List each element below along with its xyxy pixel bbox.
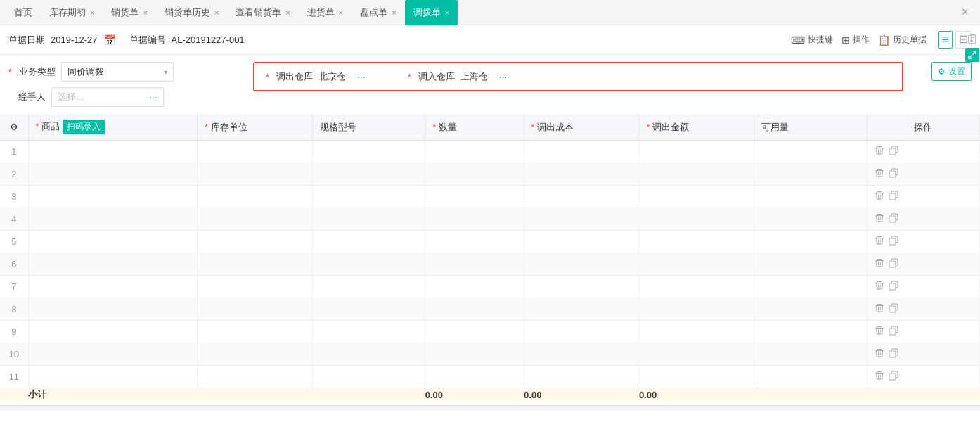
delete-icon[interactable] <box>875 303 884 315</box>
row-cost[interactable] <box>524 186 639 208</box>
row-spec[interactable] <box>312 321 425 343</box>
copy-icon[interactable] <box>889 258 898 270</box>
copy-icon[interactable] <box>889 303 898 315</box>
row-qty[interactable] <box>425 276 524 298</box>
row-cost[interactable] <box>524 253 639 276</box>
row-spec[interactable] <box>312 186 425 208</box>
row-available[interactable] <box>754 141 867 163</box>
tab-sales-order[interactable]: 销货单 × <box>103 0 155 25</box>
row-cost[interactable] <box>524 298 639 321</box>
row-unit[interactable] <box>198 253 313 276</box>
row-qty[interactable] <box>425 141 524 163</box>
row-product[interactable] <box>28 186 198 208</box>
tab-transfer[interactable]: 调拨单 × <box>405 0 458 25</box>
tab-purchase-order[interactable]: 进货单 × <box>299 0 352 25</box>
row-spec[interactable] <box>312 208 425 231</box>
row-product[interactable] <box>28 208 198 231</box>
row-amount[interactable] <box>639 343 754 366</box>
delete-icon[interactable] <box>875 168 884 180</box>
row-cost[interactable] <box>524 141 639 163</box>
row-available[interactable] <box>754 253 867 276</box>
row-available[interactable] <box>754 321 867 343</box>
copy-icon[interactable] <box>889 281 898 293</box>
row-available[interactable] <box>754 186 867 208</box>
row-spec[interactable] <box>312 163 425 186</box>
row-amount[interactable] <box>639 163 754 186</box>
row-unit[interactable] <box>198 186 313 208</box>
row-product[interactable] <box>28 276 198 298</box>
delete-icon[interactable] <box>875 281 884 293</box>
sidebar-expand-icon[interactable] <box>965 48 979 62</box>
copy-icon[interactable] <box>889 326 898 338</box>
row-available[interactable] <box>754 366 867 388</box>
horizontal-scrollbar[interactable] <box>0 405 980 411</box>
row-qty[interactable] <box>425 186 524 208</box>
row-cost[interactable] <box>524 366 639 388</box>
row-available[interactable] <box>754 231 867 253</box>
delete-icon[interactable] <box>875 258 884 270</box>
copy-icon[interactable] <box>889 348 898 360</box>
row-amount[interactable] <box>639 253 754 276</box>
tab-close-view-sales[interactable]: × <box>285 8 290 17</box>
row-product[interactable] <box>28 366 198 388</box>
row-available[interactable] <box>754 208 867 231</box>
delete-icon[interactable] <box>875 371 884 383</box>
row-unit[interactable] <box>198 343 313 366</box>
row-cost[interactable] <box>524 231 639 253</box>
row-qty[interactable] <box>425 163 524 186</box>
row-spec[interactable] <box>312 276 425 298</box>
row-product[interactable] <box>28 321 198 343</box>
shortcuts-btn[interactable]: ⌨ 快捷键 <box>791 34 833 46</box>
row-unit[interactable] <box>198 276 313 298</box>
copy-icon[interactable] <box>889 168 898 180</box>
row-amount[interactable] <box>639 186 754 208</box>
row-cost[interactable] <box>524 276 639 298</box>
row-available[interactable] <box>754 298 867 321</box>
row-unit[interactable] <box>198 208 313 231</box>
tab-inventory-init[interactable]: 库存期初 × <box>41 0 103 25</box>
delete-icon[interactable] <box>875 326 884 338</box>
row-cost[interactable] <box>524 321 639 343</box>
business-type-select[interactable]: 同价调拨 ▾ <box>61 62 174 82</box>
row-product[interactable] <box>28 253 198 276</box>
row-product[interactable] <box>28 298 198 321</box>
tab-home[interactable]: 首页 <box>6 0 41 25</box>
row-qty[interactable] <box>425 231 524 253</box>
row-qty[interactable] <box>425 253 524 276</box>
row-available[interactable] <box>754 163 867 186</box>
delete-icon[interactable] <box>875 236 884 248</box>
row-amount[interactable] <box>639 298 754 321</box>
tab-close-purchase-order[interactable]: × <box>339 8 343 17</box>
row-amount[interactable] <box>639 231 754 253</box>
tab-close-sales-order[interactable]: × <box>143 8 147 17</box>
warehouse-out-more-icon[interactable]: ··· <box>357 71 366 82</box>
history-btn[interactable]: 📋 历史单据 <box>878 34 927 46</box>
row-spec[interactable] <box>312 141 425 163</box>
row-available[interactable] <box>754 276 867 298</box>
col-header-gear[interactable]: ⚙ <box>0 114 28 141</box>
row-unit[interactable] <box>198 366 313 388</box>
tab-view-sales[interactable]: 查看销货单 × <box>227 0 298 25</box>
row-amount[interactable] <box>639 366 754 388</box>
row-spec[interactable] <box>312 366 425 388</box>
row-product[interactable] <box>28 343 198 366</box>
calendar-icon[interactable]: 📅 <box>103 34 115 46</box>
row-qty[interactable] <box>425 208 524 231</box>
row-unit[interactable] <box>198 141 313 163</box>
row-product[interactable] <box>28 141 198 163</box>
handler-more-icon[interactable]: ··· <box>149 91 157 103</box>
tab-close-inventory-init[interactable]: × <box>90 8 94 17</box>
copy-icon[interactable] <box>889 146 898 158</box>
copy-icon[interactable] <box>889 191 898 203</box>
delete-icon[interactable] <box>875 146 884 158</box>
row-product[interactable] <box>28 231 198 253</box>
row-qty[interactable] <box>425 366 524 388</box>
row-unit[interactable] <box>198 298 313 321</box>
scan-input-btn[interactable]: 扫码录入 <box>63 120 105 134</box>
row-amount[interactable] <box>639 321 754 343</box>
row-qty[interactable] <box>425 321 524 343</box>
sidebar-doc-icon[interactable] <box>965 32 979 46</box>
operations-btn[interactable]: ⊞ 操作 <box>842 34 870 46</box>
row-spec[interactable] <box>312 298 425 321</box>
tab-close-sales-history[interactable]: × <box>214 8 219 17</box>
